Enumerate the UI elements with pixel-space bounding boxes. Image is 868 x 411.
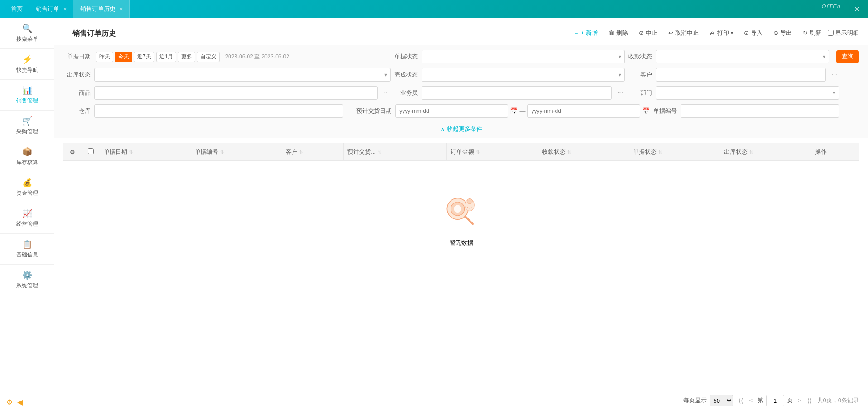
date-today-btn[interactable]: 今天 bbox=[115, 52, 132, 62]
date-custom-btn[interactable]: 自定义 bbox=[197, 52, 220, 62]
order-status-sort-icon[interactable]: ⇅ bbox=[658, 150, 662, 155]
tab-sales-order-history-close[interactable]: ✕ bbox=[119, 6, 123, 12]
show-detail-label[interactable]: 显示明细 bbox=[828, 29, 859, 37]
sidebar-item-purchase-mgmt[interactable]: 🛒 采购管理 bbox=[0, 111, 54, 141]
footer-total: 共0页，0条记录 bbox=[817, 396, 859, 405]
date-more-btn[interactable]: 更多 bbox=[178, 52, 195, 62]
th-order-no-label: 单据编号 bbox=[195, 148, 218, 156]
warehouse-input[interactable] bbox=[94, 104, 343, 118]
delete-label: 删除 bbox=[616, 29, 628, 37]
customer-ellipsis-btn[interactable]: ··· bbox=[830, 71, 839, 79]
salesperson-ellipsis-btn[interactable]: ··· bbox=[615, 89, 625, 97]
date-yesterday-btn[interactable]: 昨天 bbox=[96, 52, 113, 62]
sidebar-settings-icon[interactable]: ⚙ bbox=[6, 398, 13, 406]
tab-sales-order-history-label: 销售订单历史 bbox=[80, 5, 115, 13]
select-all-checkbox[interactable] bbox=[88, 148, 94, 154]
amount-sort-icon[interactable]: ⇅ bbox=[476, 150, 480, 155]
print-label: 打印 bbox=[717, 29, 729, 37]
sidebar-item-business-mgmt[interactable]: 📈 经营管理 bbox=[0, 203, 54, 234]
sales-mgmt-icon: 📊 bbox=[22, 85, 32, 95]
new-button[interactable]: ＋ + 新增 bbox=[569, 27, 602, 39]
svg-point-5 bbox=[467, 198, 472, 204]
warehouse-label: 仓库 bbox=[63, 107, 91, 115]
order-no-label: 单据编号 bbox=[650, 107, 677, 115]
pager-next-btn[interactable]: ＞ bbox=[796, 396, 804, 405]
inventory-icon: 📦 bbox=[22, 147, 32, 157]
outbound-status-sort-icon[interactable]: ⇅ bbox=[749, 150, 753, 155]
collapse-btn[interactable]: ∧ 收起更多条件 bbox=[63, 122, 859, 133]
page-size-select[interactable]: 10 20 50 100 bbox=[710, 395, 733, 406]
import-button[interactable]: ⊙ 导入 bbox=[739, 27, 767, 39]
pager-page-input[interactable] bbox=[766, 395, 784, 406]
sidebar-item-finance[interactable]: 💰 资金管理 bbox=[0, 172, 54, 203]
filter-item-complete-status: 完成状态 ▾ bbox=[391, 68, 625, 82]
sidebar-item-system-mgmt[interactable]: ⚙️ 系统管理 bbox=[0, 265, 54, 295]
th-amount: 订单金额 ⇅ bbox=[447, 143, 538, 161]
payment-status-select[interactable] bbox=[656, 50, 829, 63]
delivery-date-from-calendar-icon[interactable]: 📅 bbox=[510, 107, 518, 115]
customer-input[interactable] bbox=[656, 68, 825, 82]
salesperson-input[interactable] bbox=[422, 86, 611, 100]
cancel-stop-button[interactable]: ↩ 取消中止 bbox=[664, 27, 703, 39]
order-status-select[interactable] bbox=[422, 50, 625, 63]
sidebar-item-quick-nav[interactable]: ⚡ 快捷导航 bbox=[0, 49, 54, 80]
pager-prev-btn[interactable]: ＜ bbox=[747, 396, 755, 405]
tab-sales-order-history[interactable]: 销售订单历史 ✕ bbox=[74, 0, 130, 18]
table-header: ⚙ 单据日期 ⇅ 单据编号 bbox=[63, 143, 859, 161]
date-1month-btn[interactable]: 近1月 bbox=[156, 52, 177, 62]
export-button[interactable]: ⊙ 导出 bbox=[769, 27, 796, 39]
th-customer-label: 客户 bbox=[286, 148, 297, 156]
th-order-status: 单据状态 ⇅ bbox=[629, 143, 720, 161]
sidebar-item-basic-info[interactable]: 📋 基础信息 bbox=[0, 234, 54, 265]
footer-pager: ⟨⟨ ＜ 第 页 ＞ ⟩⟩ bbox=[738, 395, 813, 406]
query-button[interactable]: 查询 bbox=[836, 50, 859, 63]
filter-row-2: 出库状态 ▾ 完成状态 ▾ bbox=[63, 68, 859, 82]
order-no-input[interactable] bbox=[681, 104, 839, 118]
sidebar-item-inventory[interactable]: 📦 库存核算 bbox=[0, 141, 54, 172]
complete-status-select[interactable] bbox=[422, 68, 625, 82]
sidebar-collapse-icon[interactable]: ◀ bbox=[17, 398, 23, 406]
tab-home[interactable]: 首页 bbox=[5, 0, 29, 18]
date-sort-icon[interactable]: ⇅ bbox=[129, 150, 133, 155]
delete-button[interactable]: 🗑 删除 bbox=[604, 27, 633, 39]
product-label: 商品 bbox=[63, 89, 91, 97]
filter-item-date: 单据日期 昨天 今天 近7天 近1月 更多 自定义 2023-06-02 至 2… bbox=[63, 52, 391, 62]
table-settings-icon[interactable]: ⚙ bbox=[70, 149, 75, 155]
pager-first-btn[interactable]: ⟨⟨ bbox=[738, 397, 744, 404]
delivery-date-to-input[interactable] bbox=[527, 104, 640, 118]
stop-button[interactable]: ⊘ 中止 bbox=[634, 27, 662, 39]
filter-row-4: 仓库 ··· 预计交货日期 📅 — 📅 单据编号 bbox=[63, 104, 859, 118]
show-detail-text: 显示明细 bbox=[835, 29, 859, 37]
delivery-date-to-calendar-icon[interactable]: 📅 bbox=[642, 107, 650, 115]
refresh-button[interactable]: ↻ 刷新 bbox=[798, 27, 826, 39]
window-close-btn[interactable]: ✕ bbox=[850, 5, 863, 14]
warehouse-ellipsis-btn[interactable]: ··· bbox=[347, 107, 356, 115]
toolbar: ＋ + 新增 🗑 删除 ⊘ 中止 ↩ 取消中止 🖨 打印 bbox=[569, 27, 859, 39]
delivery-date-sort-icon[interactable]: ⇅ bbox=[378, 150, 381, 155]
date-7days-btn[interactable]: 近7天 bbox=[134, 52, 154, 62]
th-amount-label: 订单金额 bbox=[451, 148, 474, 156]
product-input[interactable] bbox=[94, 86, 378, 100]
import-label: 导入 bbox=[751, 29, 762, 37]
data-table: ⚙ 单据日期 ⇅ 单据编号 bbox=[63, 143, 859, 161]
order-no-sort-icon[interactable]: ⇅ bbox=[220, 150, 224, 155]
product-ellipsis-btn[interactable]: ··· bbox=[381, 89, 391, 97]
system-mgmt-icon: ⚙️ bbox=[22, 270, 32, 280]
top-bar: 首页 销售订单 ✕ 销售订单历史 ✕ OfTEn ✕ bbox=[0, 0, 868, 18]
print-button[interactable]: 🖨 打印 ▾ bbox=[705, 27, 738, 39]
department-select[interactable] bbox=[656, 86, 839, 100]
footer: 每页显示 10 20 50 100 ⟨⟨ ＜ 第 页 ＞ ⟩⟩ 共0页，0条记录 bbox=[54, 390, 868, 411]
sidebar-item-search-menu[interactable]: 🔍 搜索菜单 bbox=[0, 18, 54, 49]
tab-sales-order[interactable]: 销售订单 ✕ bbox=[29, 0, 74, 18]
pager-last-btn[interactable]: ⟩⟩ bbox=[806, 397, 813, 404]
sidebar-item-inventory-label: 库存核算 bbox=[16, 159, 38, 166]
payment-status-sort-icon[interactable]: ⇅ bbox=[567, 150, 571, 155]
brand-label: OfTEn bbox=[821, 3, 841, 10]
content-area: 销售订单历史 ＋ + 新增 🗑 删除 ⊘ 中止 ↩ 取消中止 bbox=[54, 18, 868, 411]
sidebar-item-sales-mgmt[interactable]: 📊 销售管理 bbox=[0, 80, 54, 111]
outbound-status-select[interactable] bbox=[94, 68, 391, 82]
delivery-date-from-input[interactable] bbox=[395, 104, 508, 118]
tab-sales-order-close[interactable]: ✕ bbox=[63, 6, 67, 12]
show-detail-checkbox[interactable] bbox=[828, 30, 834, 36]
customer-sort-icon[interactable]: ⇅ bbox=[299, 150, 303, 155]
